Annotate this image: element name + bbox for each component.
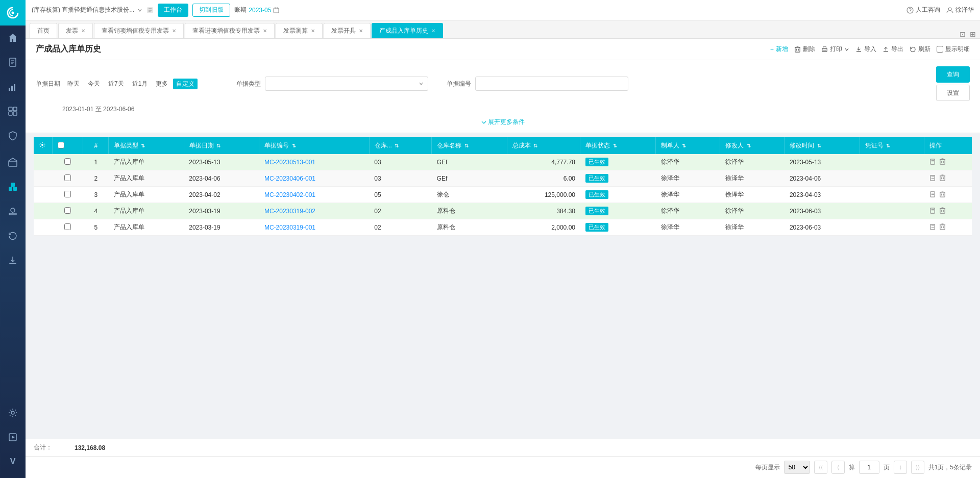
- row-delete-icon[interactable]: [939, 207, 946, 215]
- select-all-checkbox[interactable]: [58, 142, 64, 148]
- tab-sales-vat[interactable]: 查看销项增值税专用发票 ✕: [94, 23, 184, 38]
- sidebar-item-home[interactable]: [0, 26, 26, 50]
- expand-conditions-button[interactable]: 展开更多条件: [481, 118, 525, 127]
- refresh-button[interactable]: 刷新: [910, 45, 930, 54]
- th-settings[interactable]: [34, 137, 52, 154]
- switch-version-button[interactable]: 切到旧版: [192, 4, 230, 17]
- th-total-cost[interactable]: 总成本 ⇅: [507, 137, 580, 154]
- page-number-input[interactable]: [859, 461, 879, 474]
- tab-invoice-calc[interactable]: 发票测算 ✕: [276, 23, 323, 38]
- tab-product-in[interactable]: 产成品入库单历史 ✕: [372, 23, 443, 38]
- date-btn-more[interactable]: 更多: [153, 79, 171, 89]
- row-number[interactable]: MC-20230402-001: [259, 187, 369, 203]
- date-btn-custom[interactable]: 自定义: [173, 79, 198, 89]
- number-input[interactable]: [475, 77, 628, 91]
- row-edit-icon[interactable]: [929, 191, 936, 199]
- row-settings[interactable]: [34, 170, 52, 187]
- tab-invoice-calc-close[interactable]: ✕: [311, 28, 315, 34]
- query-button[interactable]: 查询: [936, 66, 970, 83]
- date-btn-yesterday[interactable]: 昨天: [64, 79, 83, 89]
- sidebar-item-boxes[interactable]: [0, 174, 26, 199]
- th-checkbox[interactable]: [52, 137, 83, 154]
- tab-invoice-open[interactable]: 发票开具 ✕: [324, 23, 371, 38]
- page-size-select[interactable]: 50 20 100: [784, 461, 810, 474]
- sidebar-item-grid[interactable]: [0, 99, 26, 123]
- th-number[interactable]: 单据编号 ⇅: [259, 137, 369, 154]
- sidebar-item-gear[interactable]: [0, 400, 26, 425]
- tab-sales-vat-close[interactable]: ✕: [172, 28, 176, 34]
- row-edit-icon[interactable]: [929, 223, 936, 232]
- tab-input-vat[interactable]: 查看进项增值税专用发票 ✕: [185, 23, 275, 38]
- row-checkbox[interactable]: [52, 187, 83, 203]
- row-number[interactable]: MC-20230513-001: [259, 154, 369, 170]
- type-select[interactable]: [265, 77, 428, 91]
- row-number[interactable]: MC-20230319-001: [259, 219, 369, 236]
- tab-maximize-icon[interactable]: ⊞: [970, 30, 976, 38]
- workspace-button[interactable]: 工作台: [158, 4, 188, 17]
- print-button[interactable]: 打印: [821, 45, 849, 54]
- row-checkbox[interactable]: [52, 154, 83, 170]
- import-button[interactable]: 导入: [855, 45, 876, 54]
- th-modify-time[interactable]: 修改时间 ⇅: [785, 137, 860, 154]
- delete-button[interactable]: 删除: [794, 45, 815, 54]
- date-btn-1month[interactable]: 近1月: [129, 79, 151, 89]
- th-type[interactable]: 单据类型 ⇅: [109, 137, 184, 154]
- th-creator[interactable]: 制单人 ⇅: [656, 137, 720, 154]
- row-delete-icon[interactable]: [939, 191, 946, 199]
- page-prev-button[interactable]: ⟨: [831, 461, 845, 474]
- th-date[interactable]: 单据日期 ⇅: [184, 137, 259, 154]
- row-number[interactable]: MC-20230406-001: [259, 170, 369, 187]
- sidebar-item-refresh[interactable]: [0, 223, 26, 248]
- row-checkbox[interactable]: [52, 219, 83, 236]
- new-button[interactable]: + 新增: [770, 45, 788, 54]
- row-settings[interactable]: [34, 219, 52, 236]
- th-warehouse-code[interactable]: 仓库... ⇅: [369, 137, 432, 154]
- sidebar-item-chart[interactable]: [0, 74, 26, 99]
- row-checkbox[interactable]: [52, 203, 83, 219]
- date-btn-7days[interactable]: 近7天: [105, 79, 127, 89]
- display-toggle[interactable]: 显示明细: [937, 45, 970, 54]
- row-edit-icon[interactable]: [929, 158, 936, 166]
- sidebar-item-stamp[interactable]: [0, 199, 26, 223]
- user-item[interactable]: 徐泽华: [946, 6, 974, 14]
- row-checkbox[interactable]: [52, 170, 83, 187]
- th-status[interactable]: 单据状态 ⇅: [580, 137, 656, 154]
- sidebar-item-download[interactable]: [0, 248, 26, 272]
- row-number-link[interactable]: MC-20230406-001: [264, 175, 315, 182]
- support-item[interactable]: 人工咨询: [906, 6, 940, 14]
- tab-home[interactable]: 首页: [30, 23, 57, 38]
- tab-invoice-close[interactable]: ✕: [81, 28, 85, 34]
- sidebar-item-document[interactable]: [0, 50, 26, 74]
- sidebar-item-shield[interactable]: [0, 123, 26, 148]
- row-number-link[interactable]: MC-20230513-001: [264, 159, 315, 166]
- page-last-button[interactable]: ⟩⟩: [911, 461, 924, 474]
- sidebar-item-v[interactable]: V: [0, 449, 26, 474]
- th-warehouse-name[interactable]: 仓库名称 ⇅: [432, 137, 507, 154]
- row-settings[interactable]: [34, 203, 52, 219]
- display-toggle-checkbox[interactable]: [937, 46, 943, 53]
- row-number-link[interactable]: MC-20230402-001: [264, 191, 315, 198]
- row-delete-icon[interactable]: [939, 223, 946, 232]
- export-button[interactable]: 导出: [883, 45, 903, 54]
- th-voucher[interactable]: 凭证号 ⇅: [860, 137, 924, 154]
- page-first-button[interactable]: ⟨⟨: [814, 461, 827, 474]
- date-btn-today[interactable]: 今天: [85, 79, 103, 89]
- row-number-link[interactable]: MC-20230319-001: [264, 224, 315, 231]
- row-delete-icon[interactable]: [939, 174, 946, 183]
- tab-minimize-icon[interactable]: ⊡: [960, 30, 966, 38]
- set-button[interactable]: 设置: [936, 85, 970, 101]
- tab-input-vat-close[interactable]: ✕: [263, 28, 267, 34]
- row-settings[interactable]: [34, 187, 52, 203]
- th-modifier[interactable]: 修改人 ⇅: [720, 137, 785, 154]
- row-edit-icon[interactable]: [929, 207, 936, 215]
- tab-product-in-close[interactable]: ✕: [431, 28, 435, 34]
- sidebar-item-play[interactable]: [0, 425, 26, 449]
- row-edit-icon[interactable]: [929, 174, 936, 183]
- row-delete-icon[interactable]: [939, 158, 946, 166]
- row-number[interactable]: MC-20230319-002: [259, 203, 369, 219]
- row-settings[interactable]: [34, 154, 52, 170]
- sidebar-item-warehouse[interactable]: [0, 150, 26, 174]
- tab-invoice[interactable]: 发票 ✕: [58, 23, 93, 38]
- tab-invoice-open-close[interactable]: ✕: [359, 28, 363, 34]
- page-next-button[interactable]: ⟩: [894, 461, 907, 474]
